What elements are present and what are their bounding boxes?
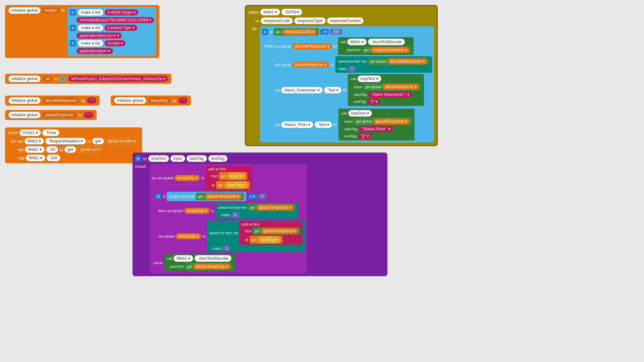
web1-got-pill[interactable]: Web1 ▾ xyxy=(260,9,280,15)
text-prop-sp[interactable]: .Text ▾ xyxy=(315,121,332,128)
equals-badge: =▾ xyxy=(320,29,329,35)
endtag-ak-row: endTag "}" ▾ xyxy=(354,99,421,105)
to-rh: to xyxy=(87,139,91,144)
length-of-list-block: length of list list get global tempSnip … xyxy=(167,192,246,201)
set-ts-split-row: set global tempSnip ▾ to select list ite… xyxy=(159,220,305,252)
gottext-header: when Web1 ▾ .GotText xyxy=(249,9,434,15)
get-label-ts-split: get xyxy=(254,229,259,233)
then-block: then set global decodeResponse ▾ to call… xyxy=(265,37,432,140)
gear-icon-if[interactable]: ⚙ xyxy=(262,29,268,35)
starttag-label-sp: startTag xyxy=(344,127,358,131)
web1-jtd-pill[interactable]: Web1 ▾ xyxy=(347,39,367,45)
decoderesponse-var[interactable]: decodeResponse ▾ xyxy=(292,43,332,49)
global-header-pill[interactable]: global header ▾ xyxy=(105,138,139,144)
tempsnip-set-pill[interactable]: tempSnip ▾ xyxy=(174,175,200,181)
to-ts2: to xyxy=(211,209,214,213)
make-list-2: ⚙ make a list Content-Type ▾ xyxy=(70,24,154,31)
index-label-2: index xyxy=(221,213,230,217)
clock1-pill[interactable]: Clock1 ▾ xyxy=(19,129,41,136)
web1-final-pill[interactable]: Web1 ▾ xyxy=(173,255,193,262)
input-param-pill: input xyxy=(170,155,185,162)
text-prop-ak[interactable]: .Text ▾ xyxy=(324,87,342,94)
to-label-snip: to xyxy=(143,156,147,161)
endtag-param-pill: endTag xyxy=(208,155,227,162)
init-global-url-label: initialize global xyxy=(8,75,41,82)
tempsnip-set-pill-2[interactable]: tempSnip ▾ xyxy=(184,208,210,214)
sniptext-ak-pill[interactable]: snipText ▾ xyxy=(358,75,381,82)
get-label-rc2: get xyxy=(364,48,369,52)
global-label-dr: global xyxy=(281,44,290,48)
gottext-pill: .GotText xyxy=(281,9,303,15)
jsontextdecode-block: call Web1 ▾ .JsonTextDecode jsonText get… xyxy=(338,37,413,55)
set-label-rh: set xyxy=(17,139,23,144)
at-label-1: at xyxy=(211,183,214,187)
decoderesponse-pill-2[interactable]: decodeResponse ▾ xyxy=(387,58,427,64)
init-global-decode-label: initialize global xyxy=(8,97,41,104)
status-pintu-pill[interactable]: Status_Pintu ▾ xyxy=(281,121,313,128)
if-container: ⚙ if get responseCode ▾ =▾ 200 xyxy=(260,26,434,142)
input-get-pill[interactable]: input ▾ xyxy=(227,173,245,179)
endtag-get-pill[interactable]: endTag ▾ xyxy=(258,236,280,243)
parse-var: parseResponse xyxy=(43,112,76,118)
parseresponse-ak-pill[interactable]: parseResponse ▾ xyxy=(383,84,419,90)
set-alarm-row: set Alarm_Keamanan ▾ .Text ▾ to call sni… xyxy=(275,74,432,106)
sniptext-sp-pill[interactable]: snipText ▾ xyxy=(348,110,372,117)
item-x-m2m: X-M2M-Origin ▾ xyxy=(105,9,138,15)
tempsnip-final-pill[interactable]: global tempSnip ▾ xyxy=(193,263,230,269)
set-label-ts2: set global xyxy=(167,209,183,213)
to-ak: to xyxy=(343,87,346,93)
web1-rh-pill[interactable]: Web1 ▾ xyxy=(24,138,44,144)
to-label: to xyxy=(61,8,64,13)
text-tempsnip-row: text get global tempSnip ▾ xyxy=(245,227,300,235)
jsontextdecode-final-pill: .JsonTextDecode xyxy=(195,255,231,262)
gear-icon-snip[interactable]: ⚙ xyxy=(135,156,141,162)
url-init-block: initialize global url to id/FinalProject… xyxy=(5,74,171,84)
tempsnip-sel-pill[interactable]: global tempSnip ▾ xyxy=(256,204,293,210)
set-status-block: set Status_Pintu ▾ .Text ▾ to call snipT… xyxy=(275,109,432,140)
gear-icon-2[interactable]: ⚙ xyxy=(70,25,76,31)
gear-icon-3[interactable]: ⚙ xyxy=(70,40,76,46)
global-url-pill[interactable]: global url ▾ xyxy=(77,146,103,153)
get-label-tssel: get xyxy=(250,205,255,209)
starttag-get-pill[interactable]: startTag ▾ xyxy=(224,182,248,188)
sniptext-header-row: ⚙ to snipText input startTag endTag xyxy=(135,155,385,162)
requestheaders-pill[interactable]: .RequestHeaders ▾ xyxy=(45,138,86,144)
index-row-1: index 1 xyxy=(338,66,429,71)
get-tempsnip-len-block: get global tempSnip ▾ xyxy=(196,193,244,200)
parseresponse-var[interactable]: parseResponse ▾ xyxy=(292,62,329,68)
get-method-pill[interactable]: .Get xyxy=(47,155,60,161)
alarm-end-tag: "}" ▾ xyxy=(367,99,380,105)
at-starttag-row: at get startTag ▾ xyxy=(211,181,250,189)
text-label-1: text xyxy=(211,174,217,178)
gottext-params: url responseCode responseType responseCo… xyxy=(255,17,434,24)
parseresponse-sp-pill[interactable]: parseResponse ▾ xyxy=(373,118,410,124)
alarm-keamanan-pill[interactable]: Alarm_Keamanan ▾ xyxy=(281,87,322,94)
web1-call-pill[interactable]: Web1 ▾ xyxy=(26,155,45,161)
tempsnip-len-pill[interactable]: global tempSnip ▾ xyxy=(205,193,242,199)
web1-url-pill[interactable]: Web1 ▾ xyxy=(25,146,44,153)
set-label-ts: set global xyxy=(157,176,173,180)
decode-init-block: initialize global decodeResponse to " " xyxy=(5,96,100,106)
to-ts: to xyxy=(201,176,204,180)
get-label-url: get xyxy=(64,146,76,153)
decode-value: " " xyxy=(87,98,96,104)
url-prop-pill[interactable]: .Url xyxy=(46,146,58,153)
gear-icon-1[interactable]: ⚙ xyxy=(70,9,76,15)
responsecontent-var[interactable]: responseContent ▾ xyxy=(370,47,410,53)
get-tempsnip-final-block: get global tempSnip ▾ xyxy=(185,263,233,270)
responsecode-var-pill[interactable]: responseCode ▾ xyxy=(282,29,317,35)
set-label-ts3: set global xyxy=(159,234,174,238)
do-label-row: do set Web1 ▾ .RequestHeaders ▾ to get g… xyxy=(11,138,139,144)
get-label-tslen: get xyxy=(198,194,203,198)
tempsnip-split-pill[interactable]: global tempSnip ▾ xyxy=(261,228,298,234)
split-at-first-2-header: split at first xyxy=(242,222,300,226)
set-label-pr: set xyxy=(275,63,280,67)
get-parse-sp-label: get global xyxy=(356,119,372,123)
set-label-dr: set xyxy=(275,44,280,48)
if-label-2: if xyxy=(163,194,166,199)
url-var: url xyxy=(43,76,52,82)
gear-icon-if2[interactable]: ⚙ xyxy=(155,193,161,199)
responsecontent-param: responseContent xyxy=(327,17,364,24)
decode-var: decodeResponse xyxy=(43,98,79,104)
tempsnip-set-pill-3[interactable]: tempSnip ▾ xyxy=(176,233,201,239)
